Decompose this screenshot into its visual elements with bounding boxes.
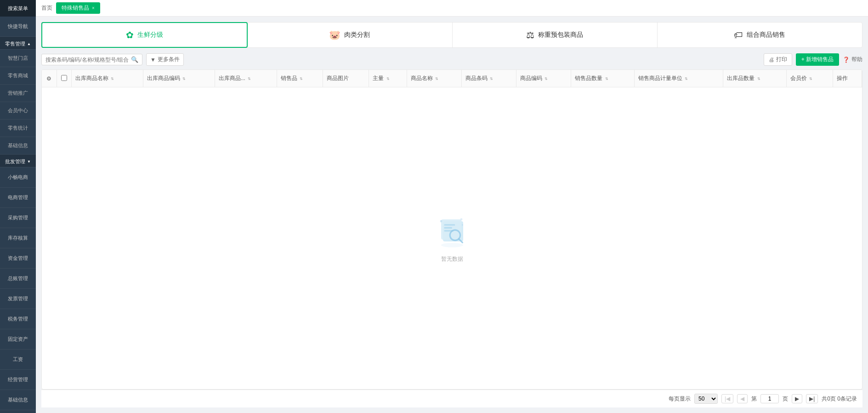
th-out-product-code[interactable]: 出库商品编码 ⇅ — [143, 70, 215, 87]
svg-point-8 — [440, 220, 442, 222]
tab-fresh-grade[interactable]: ✿ 生鲜分级 — [41, 22, 248, 48]
search-box[interactable]: 🔍 — [41, 54, 142, 65]
th-settings[interactable]: ⚙ — [42, 70, 57, 87]
search-input[interactable] — [45, 57, 129, 63]
sidebar-item-small-shop[interactable]: 小畅电商 — [0, 167, 36, 188]
th-action: 操作 — [833, 70, 862, 87]
th-out-qty[interactable]: 出库品数量 ⇅ — [723, 70, 787, 87]
print-button[interactable]: 🖨 打印 — [764, 53, 792, 66]
topbar: 首页 特殊销售品 × — [36, 0, 868, 17]
sort-member-price-icon: ⇅ — [809, 77, 812, 81]
retail-group-label: 零售管理 — [5, 40, 25, 47]
filter-button[interactable]: ▼ 更多条件 — [146, 53, 184, 66]
tab-close-icon[interactable]: × — [92, 6, 95, 11]
first-page-button[interactable]: |◀ — [721, 394, 733, 403]
sort-out-code-icon: ⇅ — [182, 77, 186, 81]
page-label-before: 第 — [751, 395, 757, 403]
next-page-button[interactable]: ▶ — [792, 394, 802, 403]
sidebar-item-sales-promo[interactable]: 营销推广 — [0, 85, 36, 102]
th-member-price[interactable]: 会员价 ⇅ — [786, 70, 833, 87]
toolbar-left: 🔍 ▼ 更多条件 — [41, 53, 184, 66]
svg-point-10 — [460, 218, 462, 220]
pagination: 每页显示 50 10 20 100 |◀ ◀ 第 页 ▶ ▶| 共0页 0条记录 — [41, 390, 862, 407]
search-icon: 🔍 — [131, 56, 138, 63]
sidebar-item-basic-info[interactable]: 基础信息 — [0, 137, 36, 155]
prev-page-button[interactable]: ◀ — [737, 394, 748, 403]
th-product-code[interactable]: 商品编码 ⇅ — [516, 70, 571, 87]
svg-rect-4 — [444, 227, 452, 228]
per-page-label: 每页显示 — [669, 395, 691, 403]
last-page-button[interactable]: ▶| — [806, 394, 818, 403]
th-sale-qty[interactable]: 销售品数量 ⇅ — [571, 70, 635, 87]
help-label: 帮助 — [851, 56, 862, 63]
help-button[interactable]: ❓ 帮助 — [843, 56, 862, 63]
th-sale-unit[interactable]: 销售商品计量单位 ⇅ — [635, 70, 723, 87]
quick-nav-label: 快捷导航 — [8, 23, 28, 30]
th-product-image[interactable]: 商品图片 — [323, 70, 369, 87]
main-area: 首页 特殊销售品 × ✿ 生鲜分级 🐷 肉类分割 ⚖ 称重预包装商品 🏷 组合商… — [36, 0, 868, 413]
th-out-product-name[interactable]: 出库商品名称 ⇅ — [71, 70, 143, 87]
sort-product-code-icon: ⇅ — [545, 77, 548, 81]
sidebar-logo[interactable]: 搜索菜单 — [0, 0, 36, 17]
sidebar-item-tax[interactable]: 税务管理 — [0, 309, 36, 329]
svg-rect-3 — [444, 224, 455, 225]
per-page-select[interactable]: 50 10 20 100 — [694, 394, 718, 404]
sidebar-item-general-ledger[interactable]: 总账管理 — [0, 269, 36, 289]
add-label: + 新增销售品 — [801, 56, 834, 63]
sort-out-qty-icon: ⇅ — [757, 77, 760, 81]
home-breadcrumb[interactable]: 首页 — [41, 4, 52, 12]
th-sale-product[interactable]: 销售品 ⇅ — [277, 70, 323, 87]
sidebar-item-smart-store[interactable]: 智慧门店 — [0, 50, 36, 67]
table-container: ⚙ 出库商品名称 ⇅ 出库商品编码 ⇅ — [41, 69, 862, 390]
print-label: 打印 — [776, 56, 787, 63]
sidebar-group-retail[interactable]: 零售管理 — [0, 37, 36, 50]
combo-sale-label: 组合商品销售 — [747, 31, 785, 39]
tab-weight-pack[interactable]: ⚖ 称重预包装商品 — [453, 23, 658, 47]
tab-meat-cut[interactable]: 🐷 肉类分割 — [247, 23, 452, 47]
help-icon: ❓ — [843, 57, 850, 63]
sidebar-item-fixed-assets[interactable]: 固定资产 — [0, 329, 36, 350]
content-area: ✿ 生鲜分级 🐷 肉类分割 ⚖ 称重预包装商品 🏷 组合商品销售 🔍 — [36, 17, 868, 413]
select-all-checkbox[interactable] — [61, 75, 67, 81]
sidebar-item-ecommerce[interactable]: 电商管理 — [0, 188, 36, 208]
th-product-name[interactable]: 商品名称 ⇅ — [407, 70, 461, 87]
add-button[interactable]: + 新增销售品 — [796, 53, 839, 66]
sort-out-name-icon: ⇅ — [111, 77, 114, 81]
svg-point-9 — [461, 224, 463, 225]
tab-combo-sale[interactable]: 🏷 组合商品销售 — [658, 23, 862, 47]
sort-out-unit-icon: ⇅ — [248, 77, 251, 81]
sidebar-item-retail-stats[interactable]: 零售统计 — [0, 120, 36, 137]
th-product-barcode[interactable]: 商品条码 ⇅ — [461, 70, 516, 87]
active-tab[interactable]: 特殊销售品 × — [56, 2, 100, 14]
filter-icon: ▼ — [150, 57, 156, 63]
sidebar-item-retail-mall[interactable]: 零售商城 — [0, 67, 36, 85]
weight-pack-icon: ⚖ — [526, 29, 534, 40]
combo-sale-icon: 🏷 — [734, 30, 743, 40]
sidebar-item-quick-nav[interactable]: 快捷导航 — [0, 17, 36, 37]
svg-rect-2 — [441, 219, 461, 240]
sidebar-item-member-center[interactable]: 会员中心 — [0, 102, 36, 120]
sidebar-item-wages[interactable]: 工资 — [0, 350, 36, 370]
sidebar-group-wholesale[interactable]: 批发管理 — [0, 155, 36, 167]
sidebar-item-ops-mgmt[interactable]: 经营管理 — [0, 370, 36, 390]
data-table: ⚙ 出库商品名称 ⇅ 出库商品编码 ⇅ — [42, 70, 862, 87]
sort-sale-product-icon: ⇅ — [300, 77, 303, 81]
th-checkbox[interactable] — [57, 70, 71, 87]
sort-product-name-icon: ⇅ — [435, 77, 438, 81]
th-main-unit[interactable]: 主量 ⇅ — [369, 70, 407, 87]
sidebar-item-purchase[interactable]: 采购管理 — [0, 208, 36, 228]
wholesale-group-label: 批发管理 — [5, 158, 25, 165]
sidebar-item-capital[interactable]: 资金管理 — [0, 248, 36, 269]
sidebar-item-system-mgmt[interactable]: 系统管理 — [0, 410, 36, 413]
table-header-row: ⚙ 出库商品名称 ⇅ 出库商品编码 ⇅ — [42, 70, 862, 87]
fresh-grade-label: 生鲜分级 — [137, 31, 163, 39]
sidebar-item-inventory[interactable]: 库存核算 — [0, 228, 36, 248]
page-input[interactable] — [760, 394, 779, 403]
sidebar-item-invoice[interactable]: 发票管理 — [0, 289, 36, 309]
meat-cut-icon: 🐷 — [329, 29, 340, 40]
empty-state: 暂无数据 — [42, 87, 862, 389]
sort-main-unit-icon: ⇅ — [386, 77, 390, 81]
sort-sale-qty-icon: ⇅ — [605, 77, 608, 81]
th-out-product-unit[interactable]: 出库商品... ⇅ — [215, 70, 277, 87]
sidebar-item-basic-info2[interactable]: 基础信息 — [0, 390, 36, 410]
